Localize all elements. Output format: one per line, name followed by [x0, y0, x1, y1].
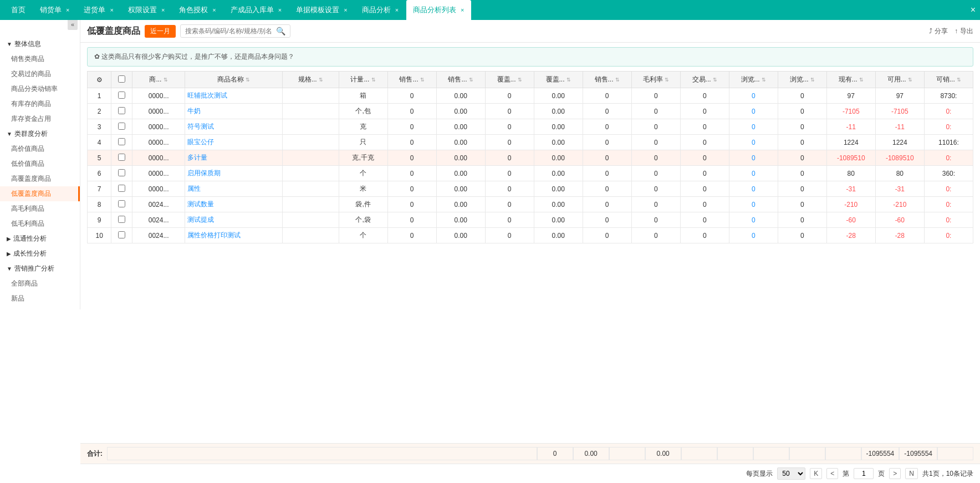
sidebar-item-high-value[interactable]: 高价值商品	[0, 141, 80, 156]
cell-browse1[interactable]: 0	[729, 119, 778, 135]
last-page-button[interactable]: N	[905, 468, 918, 479]
row-checkbox[interactable]	[118, 107, 125, 114]
row-checkbox[interactable]	[118, 154, 125, 161]
cell-name[interactable]: 测试提成	[185, 212, 283, 228]
column-header-sales-qty[interactable]: 销售... ⇅	[387, 72, 436, 88]
cell-name[interactable]: 属性	[185, 181, 283, 197]
sidebar-item-category-rate[interactable]: 商品分类动销率	[0, 82, 80, 96]
close-icon[interactable]: ×	[395, 7, 399, 13]
next-page-button[interactable]: >	[889, 468, 901, 479]
column-header-name[interactable]: 商品名称 ⇅	[185, 72, 283, 88]
cell-browse1[interactable]: 0	[729, 88, 778, 104]
sidebar-collapse-button[interactable]: «	[68, 20, 78, 30]
column-header-current[interactable]: 现有... ⇅	[826, 72, 875, 88]
date-filter-button[interactable]: 近一月	[145, 25, 176, 38]
cell-checkbox[interactable]	[111, 88, 132, 104]
cell-name[interactable]: 牛奶	[185, 104, 283, 119]
row-checkbox[interactable]	[118, 138, 125, 145]
column-header-code[interactable]: 商... ⇅	[132, 72, 185, 88]
cell-checkbox[interactable]	[111, 181, 132, 197]
sidebar-item-traded-goods[interactable]: 交易过的商品	[0, 67, 80, 82]
cell-checkbox[interactable]	[111, 104, 132, 119]
column-header-settings[interactable]: ⚙	[88, 72, 111, 88]
column-header-sales-amt[interactable]: 销售... ⇅	[436, 72, 485, 88]
sidebar-item-high-coverage[interactable]: 高覆盖度商品	[0, 171, 80, 186]
cell-checkbox[interactable]	[111, 166, 132, 181]
nav-tab-goods-analysis[interactable]: 商品分析 ×	[355, 0, 405, 20]
row-checkbox[interactable]	[118, 231, 125, 238]
cell-name[interactable]: 多计量	[185, 150, 283, 166]
search-input[interactable]	[185, 27, 274, 35]
cell-browse1[interactable]: 0	[729, 135, 778, 150]
cell-browse1[interactable]: 0	[729, 228, 778, 243]
column-header-available[interactable]: 可用... ⇅	[875, 72, 924, 88]
cell-checkbox[interactable]	[111, 119, 132, 135]
prev-page-button[interactable]: <	[826, 468, 838, 479]
column-header-cover1[interactable]: 覆盖... ⇅	[485, 72, 534, 88]
nav-tab-home[interactable]: 首页	[4, 0, 32, 20]
sidebar-section-cluster[interactable]: ▼ 类群度分析	[0, 126, 80, 141]
sidebar-item-all-goods[interactable]: 全部商品	[0, 276, 80, 291]
column-header-sales3[interactable]: 销售... ⇅	[583, 72, 631, 88]
column-header-browse1[interactable]: 浏览... ⇅	[729, 72, 778, 88]
sidebar-item-stock-goods[interactable]: 有库存的商品	[0, 96, 80, 111]
column-header-trade[interactable]: 交易... ⇅	[680, 72, 729, 88]
export-button[interactable]: ↑ 导出	[955, 27, 973, 36]
page-number-input[interactable]	[854, 468, 874, 479]
cell-name[interactable]: 旺辅批次测试	[185, 88, 283, 104]
cell-checkbox[interactable]	[111, 135, 132, 150]
cell-name[interactable]: 眼宝公仔	[185, 135, 283, 150]
row-checkbox[interactable]	[118, 91, 125, 99]
sidebar-item-low-margin[interactable]: 低毛利商品	[0, 216, 80, 231]
sidebar-item-low-coverage[interactable]: 低覆盖度商品	[0, 186, 80, 201]
sidebar-item-sales-goods[interactable]: 销售类商品	[0, 52, 80, 67]
column-header-spec[interactable]: 规格... ⇅	[283, 72, 339, 88]
column-header-unit[interactable]: 计量... ⇅	[339, 72, 387, 88]
nav-tab-roles[interactable]: 角色授权 ×	[172, 0, 222, 20]
column-header-gross[interactable]: 毛利率 ⇅	[631, 72, 680, 88]
cell-browse1[interactable]: 0	[729, 197, 778, 212]
close-icon[interactable]: ×	[161, 7, 165, 13]
sidebar-section-overall[interactable]: ▼ 整体信息	[0, 37, 80, 52]
close-icon[interactable]: ×	[66, 7, 69, 13]
sidebar-item-low-value[interactable]: 低价值商品	[0, 156, 80, 171]
close-icon[interactable]: ×	[461, 7, 464, 13]
sidebar-item-new-goods[interactable]: 新品	[0, 291, 80, 306]
close-icon[interactable]: ×	[344, 7, 347, 13]
cell-browse1[interactable]: 0	[729, 166, 778, 181]
column-header-cover2[interactable]: 覆盖... ⇅	[534, 72, 583, 88]
cell-checkbox[interactable]	[111, 197, 132, 212]
cell-checkbox[interactable]	[111, 212, 132, 228]
nav-tab-template[interactable]: 单据模板设置 ×	[289, 0, 354, 20]
close-all-button[interactable]: ×	[971, 5, 976, 15]
search-icon[interactable]: 🔍	[276, 27, 285, 35]
page-size-select[interactable]: 50 100 200	[777, 467, 805, 480]
nav-tab-purchase[interactable]: 进货单 ×	[77, 0, 120, 20]
row-checkbox[interactable]	[118, 200, 125, 207]
cell-browse1[interactable]: 0	[729, 104, 778, 119]
sidebar-item-high-margin[interactable]: 高毛利商品	[0, 201, 80, 216]
cell-browse1[interactable]: 0	[729, 181, 778, 197]
cell-name[interactable]: 测试数量	[185, 197, 283, 212]
row-checkbox[interactable]	[118, 216, 125, 223]
cell-browse1[interactable]: 0	[729, 212, 778, 228]
sidebar-item-stock-capital[interactable]: 库存资金占用	[0, 111, 80, 126]
nav-tab-production[interactable]: 产成品入库单 ×	[224, 0, 288, 20]
close-icon[interactable]: ×	[278, 7, 282, 13]
sidebar-section-circulation[interactable]: ▶ 流通性分析	[0, 231, 80, 246]
close-icon[interactable]: ×	[110, 7, 113, 13]
nav-tab-permissions[interactable]: 权限设置 ×	[121, 0, 171, 20]
row-checkbox[interactable]	[118, 169, 125, 176]
column-header-checkbox[interactable]	[111, 72, 132, 88]
cell-name[interactable]: 属性价格打印测试	[185, 228, 283, 243]
cell-checkbox[interactable]	[111, 150, 132, 166]
share-button[interactable]: ⤴ 分享	[929, 27, 948, 36]
sidebar-section-marketing[interactable]: ▼ 营销推广分析	[0, 261, 80, 276]
nav-tab-sales[interactable]: 销货单 ×	[33, 0, 76, 20]
first-page-button[interactable]: K	[810, 468, 822, 479]
cell-checkbox[interactable]	[111, 228, 132, 243]
nav-tab-goods-analysis-list[interactable]: 商品分析列表 ×	[406, 0, 471, 20]
close-icon[interactable]: ×	[212, 7, 216, 13]
cell-browse1[interactable]: 0	[729, 150, 778, 166]
column-header-browse2[interactable]: 浏览... ⇅	[778, 72, 826, 88]
